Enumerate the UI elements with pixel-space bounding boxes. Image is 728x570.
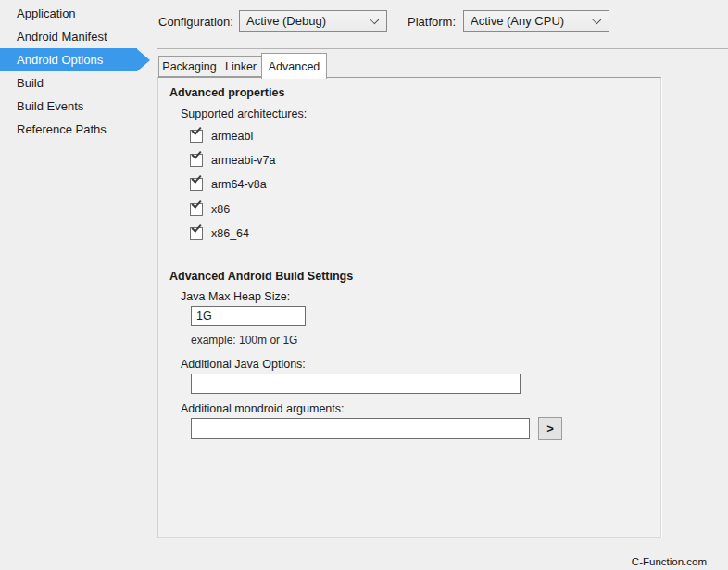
advanced-properties-heading: Advanced properties — [169, 86, 284, 99]
architecture-row: arm64-v8a — [190, 172, 267, 196]
sidebar-item-build-events[interactable]: Build Events — [0, 95, 157, 118]
header-separator — [157, 48, 728, 49]
additional-mondroid-arguments-input[interactable] — [191, 418, 530, 439]
configuration-selected-value: Active (Debug) — [246, 14, 326, 28]
architecture-label: armeabi — [211, 130, 253, 143]
architecture-row: armeabi — [190, 124, 253, 148]
tab-label: Advanced — [269, 60, 320, 73]
configuration-label: Configuration: — [158, 15, 233, 29]
additional-java-options-label: Additional Java Options: — [181, 358, 306, 371]
architecture-label: armeabi-v7a — [211, 154, 275, 167]
additional-mondroid-arguments-label: Additional mondroid arguments: — [181, 402, 345, 415]
architecture-checkbox-x86-64[interactable] — [190, 227, 203, 240]
expand-arguments-button[interactable]: > — [538, 417, 562, 440]
architecture-checkbox-x86[interactable] — [190, 203, 203, 216]
configuration-dropdown[interactable]: Active (Debug) — [239, 10, 387, 32]
greater-than-icon: > — [546, 422, 554, 436]
tab-label: Packaging — [162, 60, 216, 73]
watermark-text: C-Function.com — [632, 556, 707, 567]
tab-label: Linker — [225, 60, 257, 73]
sidebar-item-label: Android Options — [17, 53, 103, 67]
tab-advanced[interactable]: Advanced — [261, 53, 327, 79]
sidebar-item-label: Application — [17, 6, 76, 20]
tab-linker[interactable]: Linker — [220, 56, 262, 77]
sidebar-item-android-manifest[interactable]: Android Manifest — [0, 25, 157, 48]
sidebar-item-label: Build Events — [17, 99, 83, 113]
chevron-down-icon — [592, 14, 601, 23]
sidebar-item-label: Reference Paths — [17, 122, 107, 136]
sidebar-item-label: Android Manifest — [17, 30, 107, 44]
architecture-checkbox-armeabi-v7a[interactable] — [190, 154, 203, 167]
supported-architectures-label: Supported architectures: — [181, 108, 307, 120]
properties-sidebar: Application Android Manifest Android Opt… — [0, 2, 157, 141]
android-options-properties-page: Application Android Manifest Android Opt… — [0, 0, 728, 570]
sidebar-item-reference-paths[interactable]: Reference Paths — [0, 118, 157, 141]
additional-java-options-input[interactable] — [191, 374, 521, 394]
architecture-row: x86_64 — [190, 222, 249, 246]
platform-dropdown[interactable]: Active (Any CPU) — [463, 10, 609, 32]
platform-label: Platform: — [408, 15, 456, 29]
architecture-checkbox-arm64-v8a[interactable] — [190, 178, 203, 191]
chevron-down-icon — [370, 14, 379, 23]
platform-selected-value: Active (Any CPU) — [471, 14, 564, 28]
sidebar-item-label: Build — [17, 76, 44, 90]
architecture-label: x86_64 — [211, 227, 249, 240]
sidebar-item-android-options[interactable]: Android Options — [0, 48, 137, 71]
architecture-row: armeabi-v7a — [190, 148, 275, 172]
architecture-label: arm64-v8a — [211, 178, 267, 191]
architecture-row: x86 — [190, 197, 230, 222]
tab-packaging[interactable]: Packaging — [158, 56, 220, 77]
sidebar-item-build[interactable]: Build — [0, 71, 157, 95]
architecture-label: x86 — [211, 203, 230, 216]
architectures-list: armeabi armeabi-v7a arm64-v8a x86 x86_64 — [190, 124, 468, 272]
java-max-heap-label: Java Max Heap Size: — [181, 290, 290, 303]
build-settings-heading: Advanced Android Build Settings — [169, 270, 353, 283]
advanced-tab-panel: Advanced properties Supported architectu… — [157, 77, 661, 538]
java-max-heap-hint: example: 100m or 1G — [191, 334, 297, 347]
architecture-checkbox-armeabi[interactable] — [190, 130, 203, 143]
sidebar-item-application[interactable]: Application — [0, 2, 157, 25]
java-max-heap-input[interactable] — [191, 306, 306, 326]
